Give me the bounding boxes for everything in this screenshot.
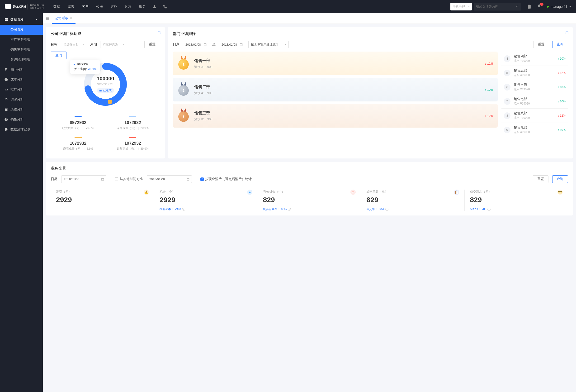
sidebar-entry-渠道分析[interactable]: 渠道分析 xyxy=(0,105,43,115)
sidebar-group-dashboard[interactable]: 数据看板 xyxy=(0,15,43,25)
expand-icon[interactable] xyxy=(565,31,569,35)
stat-成交单数（单）: 成交单数（单）📋829成交率：80% ? xyxy=(361,190,465,211)
biz-reset-button[interactable]: 重置 xyxy=(533,175,548,183)
sidebar-entry-数据流转记录[interactable]: 数据流转记录 xyxy=(0,124,43,134)
rank-row-5[interactable]: 5销售五部流水 ¥1902012% xyxy=(501,66,568,80)
biz-card-title: 业务全景 xyxy=(51,166,568,171)
search-icon[interactable] xyxy=(516,5,518,8)
dashboard-icon xyxy=(4,18,8,22)
cash-checkbox[interactable]: 按现金消费（返点后消费）统计 xyxy=(201,177,252,181)
search-box xyxy=(474,3,521,10)
metric-未完成量（元）: 1072932未完成量（元）|20.9% xyxy=(105,113,160,133)
nav-item-数据[interactable]: 数据 xyxy=(54,4,60,9)
status-dot xyxy=(547,6,549,8)
nav-icon xyxy=(4,88,8,91)
sidebar-item-销售主管看板[interactable]: 销售主管看板 xyxy=(0,45,43,55)
main: 公司看板 ✕ 公司业绩目标达成 目标 请选择目标 周期 请选择周期 重置 xyxy=(43,13,576,392)
rank-row-7[interactable]: 7销售七部流水 ¥1902010% xyxy=(501,94,568,109)
target-card-title: 公司业绩目标达成 xyxy=(51,31,160,36)
compare-checkbox[interactable]: 与其他时间对比 xyxy=(115,177,143,181)
nav-icon xyxy=(4,128,8,131)
business-overview-card: 业务全景 日期 2018/01/08 与其他时间对比 2018/01/08 按现… xyxy=(46,162,573,215)
sidebar-entry-销售分析[interactable]: 销售分析 xyxy=(0,115,43,124)
target-card: 公司业绩目标达成 目标 请选择目标 周期 请选择周期 重置 查询 1072932 xyxy=(46,27,165,158)
medal-icon: 3 xyxy=(177,109,190,123)
search-input[interactable] xyxy=(476,5,516,8)
donut-center-value: 100000 xyxy=(97,76,114,82)
calendar-icon xyxy=(240,43,243,46)
stat-icon: 💳 xyxy=(557,190,563,195)
nav-item-客户[interactable]: 客户 xyxy=(82,4,88,9)
biz-date-2[interactable]: 2018/01/08 xyxy=(147,175,192,183)
rankings-card-title: 部门业绩排行 xyxy=(173,31,568,36)
search-type-select[interactable]: 手机号码 xyxy=(450,3,472,10)
sidebar-entry-推广分析[interactable]: 推广分析 xyxy=(0,85,43,94)
calendar-icon xyxy=(186,178,190,181)
sidebar-entry-漏斗分析[interactable]: 漏斗分析 xyxy=(0,65,43,75)
target-reset-button[interactable]: 重置 xyxy=(144,41,160,48)
donut-center-sub: 目标总量（元） xyxy=(96,82,115,86)
hamburger-icon[interactable] xyxy=(46,16,50,21)
nav-item-公海[interactable]: 公海 xyxy=(96,4,103,9)
biz-date-label: 日期 xyxy=(51,177,58,181)
reached-badge: 已达成 xyxy=(97,88,114,93)
biz-date-1[interactable]: 2018/01/08 xyxy=(61,175,106,183)
expand-icon[interactable] xyxy=(157,31,161,35)
sidebar-item-客户经理看板[interactable]: 客户经理看板 xyxy=(0,55,43,65)
target-label: 目标 xyxy=(51,42,58,47)
nav-items: 数据线索客户公海财务运营报名 xyxy=(54,4,145,9)
target-select[interactable]: 请选择目标 xyxy=(61,41,87,48)
brand-name: 云朵CRM xyxy=(13,4,26,9)
tabbar: 公司看板 ✕ xyxy=(43,13,576,24)
calendar-icon xyxy=(101,178,104,181)
rank-top-3[interactable]: 3销售三部流水 ¥10,90012% xyxy=(173,104,498,128)
rank-date-to[interactable]: 2018/01/08 xyxy=(219,41,245,48)
sidebar-item-公司看板[interactable]: 公司看板 xyxy=(0,25,43,35)
rankings-card: 部门业绩排行 日期 2018/01/08 至 2018/01/08 按工单客户经… xyxy=(168,27,573,158)
rank-reset-button[interactable]: 重置 xyxy=(533,41,549,48)
phone-icon[interactable] xyxy=(163,4,167,9)
tab-company-dashboard[interactable]: 公司看板 ✕ xyxy=(52,13,76,24)
logo[interactable]: 云朵CRM 教育机构一站 式服务云平台 xyxy=(5,4,44,9)
username: manager11 xyxy=(550,5,568,8)
nav-item-报名[interactable]: 报名 xyxy=(139,4,145,9)
help-icon[interactable]: ? xyxy=(182,208,185,211)
help-icon[interactable]: ? xyxy=(488,208,490,211)
nav-item-线索[interactable]: 线索 xyxy=(68,4,74,9)
rank-groupby-select[interactable]: 按工单客户经理统计 xyxy=(248,41,289,48)
target-query-button[interactable]: 查询 xyxy=(51,52,66,59)
notification-badge: 5 xyxy=(540,3,544,6)
close-icon[interactable]: ✕ xyxy=(70,17,72,20)
person-icon[interactable] xyxy=(152,4,157,9)
rank-row-6[interactable]: 6销售六部流水 ¥1902010% xyxy=(501,80,568,94)
help-icon[interactable]: ? xyxy=(288,208,291,211)
period-select[interactable]: 请选择周期 xyxy=(100,41,126,48)
sidebar-entry-成本分析[interactable]: 成本分析 xyxy=(0,75,43,85)
donut-tooltip: 1072932 所占比例: 70.9% xyxy=(70,60,100,74)
rank-date-from[interactable]: 2018/01/08 xyxy=(183,41,209,48)
brand-tagline: 教育机构一站 式服务云平台 xyxy=(28,4,44,9)
rank-row-4[interactable]: 4销售四部流水 ¥1902010% xyxy=(501,52,568,66)
nav-icon xyxy=(4,108,8,111)
metric-已完成量（元）: 8972932已完成量（元）|70.9% xyxy=(51,113,105,133)
calendar-icon xyxy=(203,43,207,46)
sidebar-entry-访客分析[interactable]: 访客分析 xyxy=(0,94,43,105)
stat-icon: 📋 xyxy=(454,190,459,195)
thumbs-up-icon xyxy=(99,89,102,92)
mobile-icon[interactable] xyxy=(527,4,532,9)
stat-icon: ➤ xyxy=(247,190,252,195)
nav-item-财务[interactable]: 财务 xyxy=(110,4,117,9)
rank-row-9[interactable]: 9销售九部流水 ¥1902010% xyxy=(501,123,568,137)
biz-query-button[interactable]: 查询 xyxy=(552,175,568,183)
sidebar: 数据看板 公司看板推广主管看板销售主管看板客户经理看板 漏斗分析成本分析推广分析… xyxy=(0,13,43,392)
rank-top-1[interactable]: 1销售一部流水 ¥10,90012% xyxy=(173,52,498,75)
help-icon[interactable]: ? xyxy=(385,208,388,211)
sidebar-item-推广主管看板[interactable]: 推广主管看板 xyxy=(0,35,43,45)
nav-item-运营[interactable]: 运营 xyxy=(125,4,131,9)
rank-row-8[interactable]: 8销售八部流水 ¥1902012% xyxy=(501,109,568,123)
nav-icon xyxy=(4,68,8,71)
notification-bell[interactable]: 5 xyxy=(537,4,542,9)
rank-query-button[interactable]: 查询 xyxy=(552,41,568,48)
rank-top-2[interactable]: 2销售二部流水 ¥10,90010% xyxy=(173,78,498,101)
user-menu[interactable]: manager11 xyxy=(547,5,571,8)
